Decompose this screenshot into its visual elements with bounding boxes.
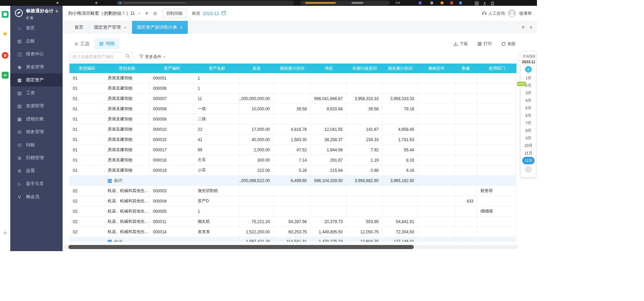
table-row[interactable]: 02机器、机械和其他生...000003激光切割机财务部 xyxy=(69,186,516,196)
horizontal-scrollbar[interactable] xyxy=(63,245,518,249)
table-row[interactable]: 01房屋及建筑物0000061 xyxy=(69,83,516,94)
year-value[interactable]: 2023.12 xyxy=(522,60,535,64)
sidebar-item-guide[interactable]: ▷新手引导 xyxy=(10,177,63,190)
table-row[interactable]: 02机器、机械和其他生...000004资产D433 xyxy=(69,196,516,206)
cell: 114,541.31 xyxy=(274,237,311,242)
table-row[interactable]: 01房屋及建筑物000017992,000.0047.521,944.567.9… xyxy=(69,145,516,155)
cell xyxy=(455,176,477,186)
table-row[interactable]: 02机器、机械和其他生...000014发发发1,522,200.0060,25… xyxy=(69,227,516,237)
scroll-up-icon[interactable]: ∧ xyxy=(525,66,532,73)
close-tab-icon[interactable]: × xyxy=(124,25,127,30)
consult-link[interactable]: 人工咨询 xyxy=(482,11,505,16)
month-item-3月[interactable]: 3月 xyxy=(522,89,535,97)
view-tab-汇总[interactable]: 汇总 xyxy=(69,38,94,49)
scrollbar-thumb[interactable] xyxy=(68,245,414,249)
action-print[interactable]: 打印 xyxy=(477,41,492,47)
sidebar-item-member[interactable]: Ⅴ畅会员 xyxy=(10,190,63,203)
avatar[interactable] xyxy=(508,9,516,17)
action-download[interactable]: 下载 xyxy=(454,41,468,47)
period-value[interactable]: 2023-12 xyxy=(203,11,219,16)
scroll-down-icon[interactable]: ∨ xyxy=(525,166,532,173)
extension-puzzle-icon[interactable]: ❖ xyxy=(95,0,98,5)
tab-list-icon[interactable]: ≡ xyxy=(530,25,532,30)
month-selector-panel: » 2023 月份选择 2023.12 ∧ 1月2月3月4月5月6月7月8月9月… xyxy=(521,51,536,177)
page-tab[interactable]: 固定资产管理× xyxy=(89,21,132,34)
sidebar-item-funds[interactable]: ◉资金管理 xyxy=(10,60,63,73)
table-row[interactable]: 01房屋及建筑物000009二级 xyxy=(69,114,516,124)
cell xyxy=(477,83,516,93)
sidebar-item-assets[interactable]: ▦固定资产 xyxy=(10,73,63,86)
month-item-10月[interactable]: 10月 xyxy=(522,142,535,149)
close-tab-icon[interactable]: × xyxy=(180,25,183,30)
user-name[interactable]: 徐泽华 xyxy=(519,11,531,16)
sidebar-item-invoice[interactable]: ▨发票管理 xyxy=(10,99,63,112)
account-selector[interactable]: 刘小艳演示账套（勿删勿动！）11 xyxy=(68,10,135,16)
mail-icon[interactable]: ✉ xyxy=(2,72,9,79)
sidebar-item-reports[interactable]: ◫报表中心 xyxy=(10,47,63,60)
calendar-icon[interactable] xyxy=(221,11,226,16)
extension-dot-gray[interactable] xyxy=(430,1,433,4)
extension-dot-orange[interactable] xyxy=(441,1,444,4)
month-item-12月[interactable]: 12月 xyxy=(522,157,535,164)
month-item-7月[interactable]: 7月 xyxy=(522,119,535,127)
sidebar-item-closing[interactable]: ⊡结账 xyxy=(10,138,63,151)
add-icon[interactable]: + xyxy=(2,230,9,236)
cell: 3,958,682.90 xyxy=(346,176,382,186)
table-row[interactable]: 01房屋及建筑物0000102217,000.004,816.7812,041.… xyxy=(69,124,516,135)
star-badge-icon[interactable]: ★ xyxy=(2,30,9,37)
bookmark-star-icon[interactable]: ★ xyxy=(56,0,59,5)
weibo-icon[interactable] xyxy=(2,52,9,59)
green-plugin-icon[interactable] xyxy=(2,11,9,18)
more-filters[interactable]: 更多条件 ▼ xyxy=(139,54,166,60)
switch-old-version-button[interactable]: 切到旧版 xyxy=(162,9,186,18)
cell: 1,470,275.23 xyxy=(311,237,346,242)
cell xyxy=(194,237,239,242)
extension-dot-blue[interactable] xyxy=(459,1,462,4)
address-bar[interactable] xyxy=(116,1,294,5)
search-input[interactable] xyxy=(73,54,125,59)
sidebar-item-inventory[interactable]: ▩进销台账 xyxy=(10,112,63,125)
sidebar-item-settings[interactable]: ⚙设置 xyxy=(10,164,63,177)
table-row[interactable]: 01房屋及建筑物0000154140,000.001,583.3038,258.… xyxy=(69,135,516,145)
cell: 资产D xyxy=(194,196,239,206)
table-row[interactable]: 02机器、机械和其他生...0000051嗯嗯嗯 xyxy=(69,206,516,217)
page-tab[interactable]: 固定资产折旧统计表× xyxy=(132,21,188,34)
gear-icon[interactable] xyxy=(153,11,158,16)
view-tab-明细[interactable]: 明细 xyxy=(94,38,119,49)
sidebar-item-home[interactable]: ⌂首页 xyxy=(10,22,63,35)
table-row[interactable]: 01房屋及建筑物000008一级10,000.0039.589,920.8439… xyxy=(69,104,516,114)
month-item-8月[interactable]: 8月 xyxy=(522,127,535,134)
action-refresh[interactable]: 刷新 xyxy=(501,41,516,47)
sidebar-item-ledger[interactable]: ▤总账 xyxy=(10,35,63,47)
table-row[interactable]: 01房屋及建筑物0000011 xyxy=(69,73,516,83)
chevron-down-icon[interactable]: ▼ xyxy=(138,12,141,15)
cell: 553.95 xyxy=(346,217,382,227)
sidebar-item-archive[interactable]: ⊞归档管理 xyxy=(10,151,63,164)
extension-dot-purple[interactable] xyxy=(419,1,422,4)
month-item-6月[interactable]: 6月 xyxy=(522,112,535,119)
table-row[interactable]: 02机器、机械和其他生...000011抛丸机75,221.2454,287.5… xyxy=(69,217,516,227)
table-row[interactable]: 01房屋及建筑物000007111,000,000,000.00996,041,… xyxy=(69,94,516,104)
extension-dot-red[interactable] xyxy=(450,1,453,4)
month-item-5月[interactable]: 5月 xyxy=(522,104,535,112)
table-subtotal-row[interactable]: 合计:1,597,421.24114,541.311,470,275.2312,… xyxy=(69,237,516,242)
cell: 7.92 xyxy=(346,145,382,155)
cell: 000015 xyxy=(149,135,194,145)
add-account-icon[interactable]: + xyxy=(145,10,148,16)
month-item-4月[interactable]: 4月 xyxy=(522,97,535,104)
month-item-11月[interactable]: 11月 xyxy=(522,149,535,157)
search-icon[interactable] xyxy=(125,54,130,60)
table-row[interactable]: 01房屋及建筑物000018大车300.007.14291.671.198.33 xyxy=(69,155,516,165)
search-box[interactable] xyxy=(69,52,133,61)
month-item-1月[interactable]: 1月 xyxy=(522,74,535,82)
report-content: 汇总明细 下载打印刷新 更多条件 ▼ xyxy=(63,34,537,251)
close-all-tabs-icon[interactable]: × xyxy=(522,25,525,30)
secondary-address-bar[interactable] xyxy=(300,1,390,5)
sidebar-item-salary[interactable]: ▧工资 xyxy=(10,86,63,99)
table-subtotal-row[interactable]: 合计:1,000,069,522.006,499.60996,104,339.5… xyxy=(69,176,516,186)
table-row[interactable]: 01房屋及建筑物000019小车222.005.28215.840.886.16 xyxy=(69,165,516,176)
collapse-panel-icon[interactable]: » xyxy=(516,56,521,65)
month-item-9月[interactable]: 9月 xyxy=(522,134,535,142)
page-tab[interactable]: 首页 xyxy=(69,21,89,34)
sidebar-item-tax[interactable]: ⊟税务管理 xyxy=(10,125,63,138)
